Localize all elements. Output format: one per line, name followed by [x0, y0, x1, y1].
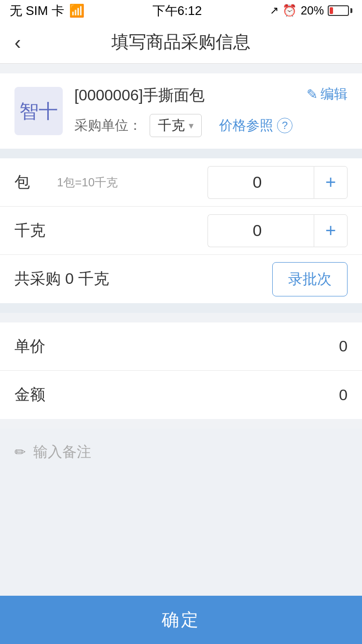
alarm-icon: ⏰: [282, 4, 297, 17]
amount-label: 金额: [14, 384, 45, 406]
section-divider-1: [0, 149, 362, 158]
amount-value: 0: [339, 386, 348, 404]
price-info-section: 单价 0 金额 0: [0, 322, 362, 419]
product-logo-icon: 智十: [19, 98, 58, 125]
kg-quantity-input[interactable]: [208, 214, 314, 247]
carrier-text: 无 SIM 卡: [10, 2, 64, 19]
pack-sublabel: 1包=10千克: [57, 175, 118, 190]
remark-placeholder: 输入备注: [33, 442, 91, 462]
nav-bar: ‹ 填写商品采购信息: [0, 21, 362, 64]
help-icon: ?: [277, 118, 292, 133]
kg-label: 千克: [14, 220, 53, 241]
unit-price-label: 单价: [14, 336, 45, 357]
plus-icon: +: [325, 172, 336, 193]
pack-quantity-input[interactable]: [208, 166, 314, 199]
product-info: [0000006]手撕面包 采购单位： 千克 ▾ 价格参照 ?: [63, 85, 348, 137]
page-title: 填写商品采购信息: [111, 30, 251, 54]
battery-indicator: [328, 5, 352, 16]
product-thumbnail: 智十: [14, 87, 63, 135]
input-section: 包 1包=10千克 + 千克 +: [0, 158, 362, 255]
section-divider-2: [0, 303, 362, 313]
kg-quantity-input-box: +: [208, 214, 348, 247]
pack-plus-button[interactable]: +: [314, 166, 348, 199]
total-label: 共采购 0 千克: [14, 268, 109, 290]
time-display: 下午6:12: [153, 2, 202, 19]
edit-icon: ✎: [306, 86, 318, 102]
wifi-icon: 📶: [69, 3, 84, 18]
edit-button[interactable]: ✎ 编辑: [306, 85, 348, 103]
content-fill-area: [0, 476, 362, 596]
purchase-unit-label: 采购单位：: [74, 116, 142, 135]
unit-price-value: 0: [339, 337, 348, 355]
location-icon: ↗: [270, 4, 278, 17]
record-batch-button[interactable]: 录批次: [272, 262, 348, 296]
pencil-icon: ✏: [14, 444, 26, 460]
status-bar: 无 SIM 卡 📶 下午6:12 ↗ ⏰ 20%: [0, 0, 362, 21]
pack-input-row: 包 1包=10千克 +: [0, 158, 362, 207]
price-ref-label: 价格参照: [219, 116, 273, 135]
kg-input-row: 千克 +: [0, 207, 362, 255]
unit-select-dropdown[interactable]: 千克 ▾: [150, 114, 202, 137]
pack-quantity-input-box: +: [208, 166, 348, 199]
product-card: 智十 [0000006]手撕面包 采购单位： 千克 ▾ 价格参照 ? ✎ 编辑: [0, 73, 362, 149]
edit-label: 编辑: [320, 85, 348, 103]
plus-icon-2: +: [325, 220, 336, 241]
pack-label: 包: [14, 172, 53, 193]
chevron-down-icon: ▾: [189, 120, 194, 131]
unit-value: 千克: [158, 116, 185, 135]
battery-percentage: 20%: [301, 4, 324, 17]
total-row: 共采购 0 千克 录批次: [0, 255, 362, 303]
kg-plus-button[interactable]: +: [314, 214, 348, 247]
total-unit: 千克: [78, 270, 109, 287]
total-value: 0: [65, 270, 74, 287]
amount-row: 金额 0: [0, 371, 362, 419]
unit-price-row: 单价 0: [0, 322, 362, 371]
back-button[interactable]: ‹: [14, 33, 30, 52]
remark-section[interactable]: ✏ 输入备注: [0, 429, 362, 476]
price-reference-button[interactable]: 价格参照 ?: [219, 116, 292, 135]
confirm-button[interactable]: 确定: [0, 596, 362, 644]
